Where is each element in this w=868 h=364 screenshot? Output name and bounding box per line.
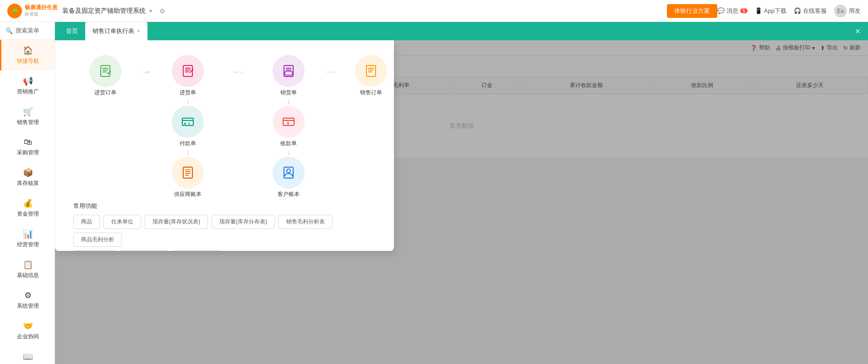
svg-rect-23 <box>183 167 192 178</box>
flow-node-receipt-bill: ¥ 收款单 <box>257 106 321 147</box>
sidebar: 🔍 搜索菜单 🏠 快捷导航 📢 营销推广 🛒 销售管理 🛍 采购管理 📦 库存核… <box>0 22 55 364</box>
experience-btn[interactable]: 体验行业方案 <box>667 4 717 18</box>
func-btn-receipt-stats[interactable]: 收款情况统计 <box>120 250 169 251</box>
tab-sales-order[interactable]: 销售订单执行表 × <box>85 22 147 40</box>
tab-bar-close-btn[interactable]: ✕ <box>851 27 864 36</box>
common-functions-title: 常用功能 <box>73 202 376 210</box>
header-right: 💬 消息 5 📱 App下载 🎧 在线客服 Ea 用友 <box>717 5 861 17</box>
func-btn-payment-stats[interactable]: 付款情况统计 <box>172 250 221 251</box>
search-icon: 🔍 <box>5 27 13 34</box>
logo-text: 畅康通好生意 <box>25 4 58 11</box>
sidebar-item-inventory[interactable]: 📦 库存核算 <box>0 162 55 193</box>
customer-account-icon <box>273 157 305 189</box>
settings-icon[interactable]: ⚙ <box>159 7 165 15</box>
sidebar-item-enterprise[interactable]: 🤝 企业协同 <box>0 315 55 346</box>
sales-bill-icon <box>273 55 305 87</box>
sidebar-item-system[interactable]: ⚙ 系统管理 <box>0 285 55 315</box>
newbie-icon: 📖 <box>23 352 33 362</box>
payment-bill-icon: ￥ <box>172 106 204 138</box>
logo-area: 🍀 畅康通好生意 标准版 <box>7 4 62 18</box>
message-btn[interactable]: 💬 消息 5 <box>717 7 748 15</box>
flow-node-supplier-account: 供应商账本 <box>156 157 220 198</box>
supplier-account-icon <box>172 157 204 189</box>
inventory-icon: 📦 <box>23 168 33 178</box>
tab-close-icon[interactable]: × <box>137 28 140 34</box>
sales-order-icon <box>355 55 387 87</box>
basic-icon: 📋 <box>23 260 33 270</box>
online-service-btn[interactable]: 🎧 在线客服 <box>794 7 827 15</box>
sales-icon: 🛒 <box>23 107 33 117</box>
marketing-icon: 📢 <box>23 76 33 86</box>
main-content: 首页 销售订单执行表 × ✕ ❓ 帮助 🖨 按模板打印 ▾ ⬆ 导出 <box>55 22 868 364</box>
download-icon: 📱 <box>755 7 762 14</box>
func-btn-partner[interactable]: 往来单位 <box>104 215 141 229</box>
flow-node-purchase-order: 进货订单 <box>73 55 137 97</box>
logo-sub: 标准版 <box>25 11 58 17</box>
svg-rect-11 <box>285 71 292 75</box>
sidebar-item-marketing[interactable]: 📢 营销推广 <box>0 71 55 101</box>
function-buttons-row1: 商品 往来单位 现存量(库存状况表) 现存量(库存分布表) 销售毛利分析表 商品… <box>73 215 376 247</box>
sidebar-item-finance[interactable]: 💰 资金管理 <box>0 193 55 223</box>
message-badge: 5 <box>740 8 748 13</box>
sidebar-item-operation[interactable]: 📊 经营管理 <box>0 223 55 254</box>
system-title: 装备及固定资产辅助管理系统 ▾ ⚙ <box>62 7 661 15</box>
tab-bar: 首页 销售订单执行表 × ✕ <box>55 22 868 40</box>
message-icon: 💬 <box>717 7 725 14</box>
flow-node-customer-account: 客户账本 <box>257 157 321 198</box>
purchase-bill-icon <box>172 55 204 87</box>
tab-home[interactable]: 首页 <box>59 22 85 40</box>
sidebar-item-basic[interactable]: 📋 基础信息 <box>0 254 55 285</box>
receipt-bill-icon: ¥ <box>273 106 305 138</box>
purchase-order-icon <box>89 55 121 87</box>
flow-node-purchase-bill: 进货单 <box>156 55 220 97</box>
func-btn-sales-gross[interactable]: 销售毛利分析表 <box>278 215 333 229</box>
user-area[interactable]: Ea 用友 <box>834 5 861 17</box>
sidebar-item-sales[interactable]: 🛒 销售管理 <box>0 101 55 132</box>
flow-node-sales-bill: 销货单 <box>257 55 321 97</box>
flow-node-payment-bill: ￥ 付款单 <box>156 106 220 147</box>
top-header: 🍀 畅康通好生意 标准版 装备及固定资产辅助管理系统 ▾ ⚙ 体验行业方案 💬 … <box>0 0 868 22</box>
func-btn-sales-rank[interactable]: 销售排行榜 <box>73 250 116 251</box>
svg-rect-12 <box>366 65 376 76</box>
logo-icon: 🍀 <box>7 4 22 18</box>
func-btn-stock-dist[interactable]: 现存量(库存分布表) <box>212 215 275 229</box>
svg-text:￥: ￥ <box>187 122 191 126</box>
operation-icon: 📊 <box>23 229 33 239</box>
svg-rect-0 <box>101 65 110 76</box>
service-icon: 🎧 <box>794 7 801 14</box>
flow-diagram: 进货订单 → 进货单 <box>66 51 383 198</box>
sidebar-item-newbie[interactable]: 📖 新手引导 <box>0 346 55 364</box>
modal-overlay[interactable]: 进货订单 → 进货单 <box>55 40 868 364</box>
svg-point-18 <box>184 123 186 125</box>
content-area: ❓ 帮助 🖨 按模板打印 ▾ ⬆ 导出 ↻ 刷新 📅 单据状态 ▾ <box>55 40 868 364</box>
system-icon: ⚙ <box>24 290 32 300</box>
func-btn-product-gross[interactable]: 商品毛利分析 <box>73 233 122 247</box>
quick-nav-icon: 🏠 <box>23 45 33 55</box>
sidebar-item-purchase[interactable]: 🛍 采购管理 <box>0 132 55 162</box>
func-btn-product[interactable]: 商品 <box>73 215 100 229</box>
purchase-icon: 🛍 <box>24 137 32 147</box>
common-functions: 常用功能 商品 往来单位 现存量(库存状况表) 现存量(库存分布表) 销售毛利分… <box>66 198 383 251</box>
system-dropdown-icon[interactable]: ▾ <box>149 8 152 14</box>
func-btn-stock-status[interactable]: 现存量(库存状况表) <box>145 215 208 229</box>
app-download-btn[interactable]: 📱 App下载 <box>755 7 786 15</box>
enterprise-icon: 🤝 <box>23 321 33 331</box>
svg-text:¥: ¥ <box>286 121 289 126</box>
finance-icon: 💰 <box>23 198 33 208</box>
sidebar-item-quick-nav[interactable]: 🏠 快捷导航 <box>0 40 55 71</box>
search-menu[interactable]: 🔍 搜索菜单 <box>0 22 55 40</box>
user-avatar: Ea <box>834 5 847 17</box>
function-buttons-row2: 销售排行榜 收款情况统计 付款情况统计 <box>73 250 376 251</box>
svg-point-29 <box>287 169 290 173</box>
quick-guide-modal: 进货订单 → 进货单 <box>55 40 394 251</box>
flow-node-sales-order: 销售订单 <box>339 55 394 97</box>
